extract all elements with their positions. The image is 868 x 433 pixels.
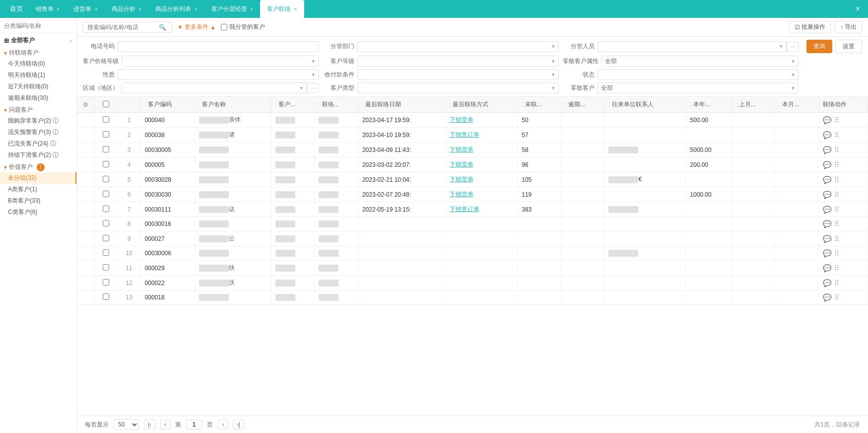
price-grade-select[interactable] xyxy=(122,56,319,67)
grid-action-icon[interactable]: ⠿ xyxy=(834,191,839,199)
batch-op-button[interactable]: ☑ 批量操作 xyxy=(789,21,831,33)
cell-check[interactable] xyxy=(95,187,118,202)
sidebar-item-churned[interactable]: 已流失客户(24) ⓘ xyxy=(0,138,76,149)
customer-grade-select[interactable] xyxy=(357,56,558,67)
sidebar-item-tomorrow[interactable]: 明天待联络(1) xyxy=(0,70,76,81)
grid-action-icon[interactable]: ⠿ xyxy=(834,220,839,228)
retail-attr-select[interactable]: 全部 xyxy=(601,56,799,67)
sidebar-item-declining[interactable]: 持续下滑客户(2) ⓘ xyxy=(0,149,76,161)
last-page-btn[interactable]: ›| xyxy=(233,420,244,430)
region-ellipsis-btn[interactable]: ··· xyxy=(307,83,319,93)
close-analysis-tab[interactable]: × xyxy=(138,6,141,12)
filter-my-customers[interactable]: 我分管的客户 xyxy=(221,23,265,31)
nav-home[interactable]: 首页 xyxy=(4,4,29,13)
sidebar-item-7days[interactable]: 近7天待联络(0) xyxy=(0,81,76,92)
status-select[interactable] xyxy=(598,69,799,80)
reset-button[interactable]: 设置 xyxy=(835,40,862,53)
grid-action-icon[interactable]: ⠿ xyxy=(834,235,839,243)
comment-icon[interactable]: 💬 xyxy=(823,206,831,214)
comment-icon[interactable]: 💬 xyxy=(823,264,831,272)
nav-tab-customer-layer[interactable]: 客户分层经营 × xyxy=(204,0,260,18)
close-all-tabs[interactable]: × xyxy=(852,4,864,13)
row-checkbox[interactable] xyxy=(103,146,109,152)
row-checkbox[interactable] xyxy=(103,116,109,123)
comment-icon[interactable]: 💬 xyxy=(823,131,831,139)
close-sales-tab[interactable]: × xyxy=(57,6,60,12)
comment-icon[interactable]: 💬 xyxy=(823,293,831,301)
sidebar-item-class-a[interactable]: A类客户(1) xyxy=(0,184,76,195)
sidebar-item-class-c[interactable]: C类客户(6) xyxy=(0,207,76,218)
row-checkbox[interactable] xyxy=(103,161,109,167)
sidebar-item-abnormal[interactable]: 囤购异常客户(2) ⓘ xyxy=(0,115,76,127)
nav-tab-analysis[interactable]: 商品分析 × xyxy=(105,0,148,18)
cell-check[interactable] xyxy=(95,246,118,261)
cell-check[interactable] xyxy=(95,231,118,246)
cell-check[interactable] xyxy=(95,276,118,290)
all-customers-header[interactable]: ⊞ 全部客户 « xyxy=(0,33,76,47)
comment-icon[interactable]: 💬 xyxy=(823,279,831,287)
grid-action-icon[interactable]: ⠿ xyxy=(834,249,839,257)
row-checkbox[interactable] xyxy=(103,206,109,212)
grid-action-icon[interactable]: ⠿ xyxy=(834,146,839,154)
cell-check[interactable] xyxy=(95,290,118,305)
sidebar-item-churn-warning[interactable]: 流失预警客户(3) ⓘ xyxy=(0,127,76,138)
select-all-checkbox[interactable] xyxy=(103,101,109,107)
comment-icon[interactable]: 💬 xyxy=(823,235,831,243)
close-analysis-list-tab[interactable]: × xyxy=(194,6,197,12)
retail-customer-select[interactable]: 全部 xyxy=(598,82,799,93)
cell-check[interactable] xyxy=(95,157,118,172)
cell-check[interactable] xyxy=(95,172,118,187)
grid-action-icon[interactable]: ⠿ xyxy=(834,279,839,287)
row-checkbox[interactable] xyxy=(103,249,109,256)
nav-tab-customer-contact[interactable]: 客户联络 × xyxy=(260,0,304,18)
grid-action-icon[interactable]: ⠿ xyxy=(834,293,839,301)
cell-check[interactable] xyxy=(95,217,118,231)
filter-search-input[interactable] xyxy=(87,24,157,31)
comment-icon[interactable]: 💬 xyxy=(823,191,831,199)
close-purchase-tab[interactable]: × xyxy=(94,6,97,12)
phone-input[interactable] xyxy=(118,41,319,52)
th-settings[interactable]: ⚙ xyxy=(77,97,95,113)
row-checkbox[interactable] xyxy=(103,176,109,182)
row-checkbox[interactable] xyxy=(103,235,109,241)
first-page-btn[interactable]: |‹ xyxy=(144,420,155,430)
region-select[interactable] xyxy=(122,82,307,93)
prev-page-btn[interactable]: ‹ xyxy=(160,420,170,430)
next-page-btn[interactable]: › xyxy=(218,420,228,430)
grid-action-icon[interactable]: ⠿ xyxy=(834,131,839,139)
group-problem-customer[interactable]: ▾ 问题客户 xyxy=(0,104,76,115)
row-checkbox[interactable] xyxy=(103,191,109,197)
export-button[interactable]: ↑ 导出 xyxy=(835,21,862,33)
group-pending-contact[interactable]: ▾ 待联络客户 xyxy=(0,47,76,58)
cell-check[interactable] xyxy=(95,128,118,143)
close-customer-contact-tab[interactable]: × xyxy=(294,6,297,12)
page-number-input[interactable] xyxy=(186,420,202,430)
nav-tab-purchase[interactable]: 进货单 × xyxy=(67,0,104,18)
comment-icon[interactable]: 💬 xyxy=(823,146,831,154)
manager-ellipsis-btn[interactable]: ··· xyxy=(787,42,799,52)
cell-check[interactable] xyxy=(95,143,118,157)
close-customer-layer-tab[interactable]: × xyxy=(250,6,253,12)
collapse-sidebar-btn[interactable]: « xyxy=(69,38,72,44)
row-checkbox[interactable] xyxy=(103,279,109,286)
row-checkbox[interactable] xyxy=(103,220,109,226)
grid-action-icon[interactable]: ⠿ xyxy=(834,176,839,184)
page-size-select[interactable]: 50 100 xyxy=(114,419,139,430)
sidebar-search-input[interactable] xyxy=(4,22,77,29)
sidebar-item-overdue[interactable]: 逾期未联络(30) xyxy=(0,92,76,104)
row-checkbox[interactable] xyxy=(103,293,109,300)
sidebar-item-class-b[interactable]: B类客户(33) xyxy=(0,195,76,207)
group-value-customer[interactable]: ▾ 价值客户 ! xyxy=(0,161,76,172)
cell-check[interactable] xyxy=(95,261,118,276)
payment-select[interactable] xyxy=(357,69,558,80)
grid-action-icon[interactable]: ⠿ xyxy=(834,264,839,272)
row-checkbox[interactable] xyxy=(103,131,109,138)
filter-more-conditions[interactable]: ▼ 更多条件 ▲ xyxy=(177,23,216,31)
my-customers-checkbox[interactable] xyxy=(221,24,227,30)
manager-select[interactable] xyxy=(598,41,787,52)
row-checkbox[interactable] xyxy=(103,264,109,271)
comment-icon[interactable]: 💬 xyxy=(823,249,831,257)
comment-icon[interactable]: 💬 xyxy=(823,176,831,184)
cell-check[interactable] xyxy=(95,113,118,128)
grid-action-icon[interactable]: ⠿ xyxy=(834,161,839,169)
